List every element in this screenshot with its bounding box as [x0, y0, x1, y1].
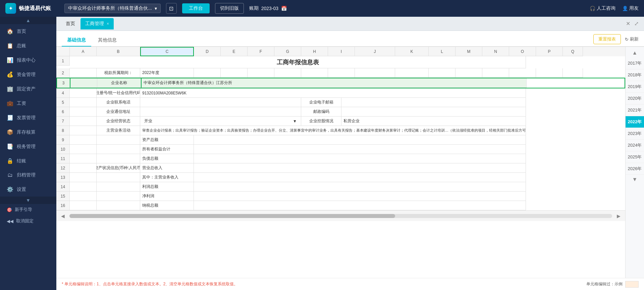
calendar-icon[interactable]: 📅 [281, 6, 287, 11]
tax-icon: 📑 [7, 143, 13, 150]
spreadsheet-wrapper: A B C D E F G H I J K L M N O [56, 47, 644, 278]
col-header-M: M [455, 47, 482, 56]
sidebar-item-tax[interactable]: 📑 税务管理 [0, 139, 56, 154]
title-cell[interactable]: 工商年报信息表 [70, 56, 526, 68]
sidebar-item-assets[interactable]: 🏢 固定资产 [0, 82, 56, 96]
reset-report-button[interactable]: 重置报表 [593, 34, 621, 44]
tab-active-business[interactable]: 工商管理 × [80, 18, 114, 29]
bottom-scroll-bar: ◀ ▶ [56, 210, 625, 221]
cell-2b[interactable]: 税款所属期间： [97, 68, 140, 78]
status-right: 单元格编辑过：示例 [586, 281, 639, 288]
old-version-button[interactable]: 切到旧版 [215, 3, 244, 14]
status-bar: * 单元格编辑说明：1、点击单元格直接录入数值或文本。2、清空单元格数值或文本恢… [56, 278, 644, 290]
close-period-icon: 🔒 [7, 158, 13, 164]
sidebar-item-settings[interactable]: ⚙️ 设置 [0, 182, 56, 197]
cell-3c-merged[interactable]: 中审众环会计师事务所（特殊普通合伙）江苏分所 [141, 78, 527, 88]
horizontal-scrollbar[interactable] [69, 214, 612, 218]
logo-area: ✦ 畅捷通易代账 [5, 3, 59, 14]
inner-tabs-right: 重置报表 ↻ 刷新 [593, 34, 639, 46]
payroll-icon: 💼 [7, 100, 13, 106]
year-nav-down[interactable]: ▼ [626, 175, 644, 184]
table-row: 16 纳税总额 [56, 201, 625, 210]
scroll-left-icon[interactable]: ◀ [59, 213, 67, 219]
company-selector[interactable]: 中审众环会计师事务所（特殊普通合伙... ▾ [64, 4, 161, 13]
cell-3a[interactable] [70, 78, 97, 88]
top-header: ✦ 畅捷通易代账 中审众环会计师事务所（特殊普通合伙... ▾ ⊡ 工作台 切到… [0, 0, 644, 17]
sidebar-item-label: 工资 [17, 100, 26, 106]
cell-4c-merged[interactable]: 91320100MA208E5W6K [140, 88, 526, 98]
year-2021[interactable]: 2021年 [626, 104, 644, 116]
year-2024[interactable]: 2024年 [626, 140, 644, 151]
scroll-right-icon[interactable]: ▶ [615, 213, 623, 219]
logo-icon: ✦ [5, 3, 16, 14]
scrollbar-thumb[interactable] [69, 214, 395, 218]
sidebar-item-home[interactable]: 🏠 首页 [0, 24, 56, 39]
user-label: 用友 [629, 5, 639, 11]
sidebar-item-unpin[interactable]: ◀◀ 取消固定 [0, 215, 56, 227]
year-2026[interactable]: 2026年 [626, 163, 644, 175]
year-2022[interactable]: 2022年 [626, 116, 644, 128]
tab-other-info[interactable]: 其他信息 [93, 34, 122, 47]
row-num-header [56, 47, 70, 56]
year-2019[interactable]: 2019年 [626, 81, 644, 93]
cell-4b[interactable]: 注册号/统一社会信用代码 [97, 88, 140, 98]
col-header-J: J [355, 47, 395, 56]
unpin-icon: ◀◀ [7, 219, 13, 224]
cell-2c[interactable]: 2022年度 [140, 68, 194, 78]
table-row: 5 企业联系电话 企业电子邮箱 [56, 98, 625, 107]
status-sample-box [625, 281, 639, 288]
year-2025[interactable]: 2025年 [626, 151, 644, 163]
right-year-panel: ▲ 2017年 2018年 2019年 2020年 2021年 2022年 20… [625, 47, 644, 278]
workbench-button[interactable]: 工作台 [182, 3, 210, 13]
assets-icon: 🏢 [7, 86, 13, 92]
sidebar-scroll-up[interactable]: ▲ [0, 17, 56, 24]
sidebar-item-reports[interactable]: 📊 报表中心 [0, 53, 56, 67]
chevron-down-icon: ▾ [155, 6, 157, 11]
consulting-button[interactable]: 🎧 人工咨询 [590, 5, 615, 11]
header-right: 🎧 人工咨询 👤 用友 [590, 5, 639, 11]
sidebar-item-payroll[interactable]: 💼 工资 [0, 96, 56, 111]
unpin-label: 取消固定 [16, 218, 34, 224]
year-2020[interactable]: 2020年 [626, 93, 644, 104]
sidebar-item-archive[interactable]: 🗂 归档管理 [0, 168, 56, 182]
sidebar-item-close[interactable]: 🔒 结账 [0, 154, 56, 168]
sidebar-item-invoice[interactable]: 🧾 发票管理 [0, 111, 56, 125]
table-row: 4 注册号/统一社会信用代码 91320100MA208E5W6K [56, 88, 625, 98]
guide-icon: 🎯 [7, 207, 12, 212]
col-header-E: E [221, 47, 248, 56]
table-row: 2 税款所属期间： 2022年度 [56, 68, 625, 78]
reports-icon: 📊 [7, 57, 13, 63]
main-layout: ▲ 🏠 首页 📋 总账 📊 报表中心 💰 资金管理 🏢 固定资产 💼 工资 🧾 … [0, 17, 644, 290]
sidebar-item-funds[interactable]: 💰 资金管理 [0, 67, 56, 82]
table-row: 14 利润总额 [56, 182, 625, 192]
refresh-button[interactable]: ↻ 刷新 [625, 36, 639, 42]
col-header-B: B [97, 47, 140, 56]
tab-basic-info[interactable]: 基础信息 [62, 34, 91, 47]
tab-close-icon[interactable]: × [107, 21, 109, 26]
window-maximize-icon[interactable]: ⤢ [634, 20, 639, 27]
user-icon: 👤 [622, 6, 628, 11]
consulting-label: 人工咨询 [597, 5, 615, 11]
sidebar-item-guide[interactable]: 🎯 新手引导 [0, 204, 56, 215]
year-2017[interactable]: 2017年 [626, 58, 644, 69]
company-icon-button[interactable]: ⊡ [166, 3, 177, 14]
dropdown-arrow-icon[interactable]: ▼ [293, 119, 297, 124]
tab-bar-right: ✕ ⤢ [626, 20, 639, 27]
company-name-text: 中审众环会计师事务所（特殊普通合伙... [68, 5, 152, 11]
year-2018[interactable]: 2018年 [626, 69, 644, 81]
sidebar-item-inventory[interactable]: 📦 库存核算 [0, 125, 56, 139]
cell-2a[interactable] [70, 68, 97, 78]
cell-3b[interactable]: 企业名称 [97, 78, 141, 88]
status-right-label: 单元格编辑过：示例 [586, 281, 623, 287]
window-close-icon[interactable]: ✕ [626, 20, 630, 27]
table-row: 6 企业通信地址 邮政编码 [56, 107, 625, 117]
year-nav-up[interactable]: ▲ [626, 48, 644, 58]
col-header-Q: Q [563, 47, 583, 56]
sidebar-scroll-down[interactable]: ▼ [0, 197, 56, 204]
tab-home[interactable]: 首页 [62, 18, 79, 29]
sidebar-item-ledger[interactable]: 📋 总账 [0, 39, 56, 53]
user-button[interactable]: 👤 用友 [622, 5, 639, 11]
spreadsheet-main[interactable]: A B C D E F G H I J K L M N O [56, 47, 625, 278]
table-row: 10 所有者权益合计 [56, 145, 625, 154]
year-2023[interactable]: 2023年 [626, 128, 644, 140]
